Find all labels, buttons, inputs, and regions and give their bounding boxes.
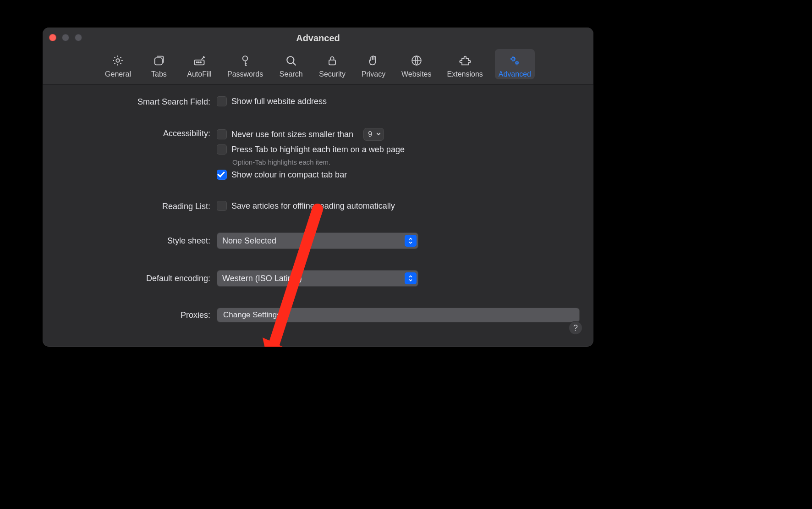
checkbox-label: Save articles for offline reading automa… [231,201,395,211]
label-style-sheet: Style sheet: [56,232,210,246]
stepper-min-font-size[interactable]: 9 [363,128,384,141]
label-default-encoding: Default encoding: [56,270,210,283]
gear-icon [111,54,125,67]
field-accessibility: Never use font sizes smaller than 9 Pres… [217,128,580,180]
key-icon [238,54,252,67]
tab-security[interactable]: Security [315,49,349,79]
tabs-icon [152,54,166,67]
preferences-window: Advanced General [43,28,593,347]
checkbox-min-font-size[interactable] [217,129,227,139]
svg-point-11 [516,62,518,64]
note-option-tab: Option-Tab highlights each item. [232,158,580,166]
globe-icon [410,54,423,67]
settings-grid: Smart Search Field: Show full website ad… [56,96,580,347]
tab-label: General [105,70,131,78]
tab-extensions[interactable]: Extensions [444,49,487,79]
svg-rect-8 [329,60,335,65]
help-button[interactable]: ? [569,321,582,335]
tab-websites[interactable]: Websites [398,49,435,79]
field-reading-list: Save articles for offline reading automa… [217,201,580,211]
label-smart-search: Smart Search Field: [56,96,210,107]
svg-point-7 [287,56,294,63]
preferences-toolbar: General Tabs [43,47,593,84]
preferences-body: Smart Search Field: Show full website ad… [43,84,593,347]
puzzle-icon [458,54,472,67]
field-style-sheet: None Selected [217,232,580,249]
svg-rect-1 [155,58,162,65]
tab-label: Passwords [227,70,263,78]
field-default-encoding: Western (ISO Latin 1) [217,270,580,287]
svg-point-4 [198,62,199,63]
label-proxies: Proxies: [56,308,210,320]
hand-icon [367,54,380,67]
tab-label: Privacy [362,70,385,78]
svg-point-5 [200,62,201,63]
tab-label: Security [319,70,346,78]
select-default-encoding[interactable]: Western (ISO Latin 1) [217,270,418,287]
select-style-sheet[interactable]: None Selected [217,232,418,249]
tab-label: Extensions [447,70,483,78]
select-indicator-icon [405,235,417,247]
search-icon [284,54,298,67]
lock-icon [325,54,339,67]
select-value: None Selected [222,236,276,246]
svg-point-0 [116,59,120,62]
field-smart-search: Show full website address [217,96,580,106]
titlebar: Advanced General [43,28,593,84]
checkbox-show-full-address[interactable] [217,96,227,106]
select-indicator-icon [405,272,417,284]
tab-advanced[interactable]: Advanced [495,49,535,79]
checkbox-label: Show full website address [231,97,327,106]
label-reading-list: Reading List: [56,201,210,211]
label-accessibility: Accessibility: [56,128,210,138]
tab-label: AutoFill [187,70,211,78]
field-proxies: Change Settings… [217,308,580,322]
button-change-settings[interactable]: Change Settings… [217,308,580,322]
checkbox-label: Press Tab to highlight each item on a we… [231,145,405,155]
select-value: Western (ISO Latin 1) [222,274,302,283]
tab-autofill[interactable]: AutoFill [183,49,215,79]
checkbox-label: Show colour in compact tab bar [231,170,347,180]
svg-point-6 [243,56,248,61]
checkbox-compact-colour[interactable] [217,170,227,180]
chevron-down-icon [376,130,381,138]
checkbox-label: Never use font sizes smaller than [231,130,353,139]
tab-label: Search [280,70,303,78]
tab-privacy[interactable]: Privacy [357,49,390,79]
tab-label: Advanced [499,70,531,78]
svg-point-3 [197,62,198,63]
checkbox-save-offline[interactable] [217,201,227,211]
tab-search[interactable]: Search [275,49,307,79]
stepper-value: 9 [368,130,372,138]
autofill-icon [192,54,206,67]
checkbox-tab-highlight[interactable] [217,144,227,155]
tab-tabs[interactable]: Tabs [143,49,175,79]
preferences-tabs: General Tabs [101,49,535,84]
advanced-gears-icon [508,54,521,67]
tab-label: Websites [401,70,432,78]
tab-general[interactable]: General [101,49,135,79]
window-title: Advanced [43,33,593,44]
tab-passwords[interactable]: Passwords [224,49,267,79]
tab-label: Tabs [151,70,167,78]
